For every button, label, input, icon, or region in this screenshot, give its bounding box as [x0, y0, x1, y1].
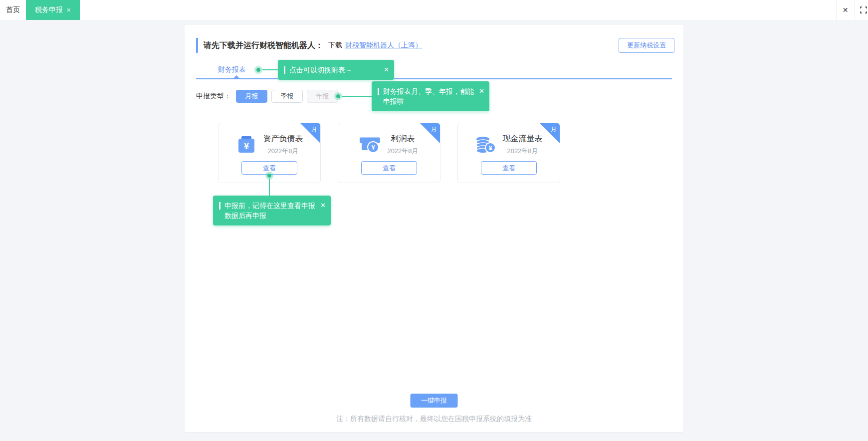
tab-home[interactable]: 首页	[0, 0, 26, 20]
tooltip-close-icon[interactable]: ✕	[384, 65, 389, 75]
monthly-badge-label: 月	[311, 125, 317, 134]
tooltip-quote-bar	[284, 66, 285, 74]
money-bag-icon: ¥	[236, 134, 257, 155]
storefront-icon: ¥	[360, 134, 381, 155]
view-cash-flow-button[interactable]: 查看	[481, 161, 537, 175]
header-row: 请先下载并运行财税智能机器人： 下载 财税智能机器人（上海）	[204, 38, 422, 53]
monthly-corner-badge	[420, 123, 440, 143]
main-panel: 请先下载并运行财税智能机器人： 下载 财税智能机器人（上海） 更新纳税设置 财务…	[185, 25, 683, 432]
tooltip-close-icon[interactable]: ✕	[320, 201, 326, 211]
tab-tax-declaration-label: 税务申报	[35, 5, 63, 14]
tab-tax-declaration[interactable]: 税务申报 ✕	[26, 0, 80, 20]
monthly-badge-label: 月	[551, 125, 557, 134]
tooltip-quote-bar	[219, 202, 220, 210]
svg-text:¥: ¥	[372, 144, 376, 151]
card-period: 2022年8月	[503, 147, 543, 156]
page-background: 请先下载并运行财税智能机器人： 下载 财税智能机器人（上海） 更新纳税设置 财务…	[0, 20, 868, 441]
monthly-corner-badge	[300, 123, 320, 143]
monthly-badge-label: 月	[431, 125, 437, 134]
header-accent-bar	[196, 38, 198, 53]
window-controls: ✕	[836, 0, 868, 20]
guide-connector-tab	[262, 69, 278, 70]
yearly-option-button[interactable]: 年报	[307, 90, 338, 103]
tab-close-icon[interactable]: ✕	[66, 7, 71, 13]
tooltip-all-periods: 财务报表月、季、年报，都能申报啦 ✕	[372, 81, 489, 111]
tooltip-switch-tables-text: 点击可以切换附表～	[289, 65, 381, 75]
robot-download-link[interactable]: 财税智能机器人（上海）	[345, 41, 422, 50]
one-click-declare-button[interactable]: 一键申报	[411, 394, 458, 408]
card-title: 资产负债表	[263, 134, 303, 144]
coin-stack-icon: ¥	[475, 134, 496, 155]
card-title: 利润表	[387, 134, 418, 144]
tooltip-quote-bar	[378, 88, 379, 95]
card-cash-flow: 月 ¥ 现金流量表 2022年8月 查看	[457, 123, 560, 183]
svg-text:¥: ¥	[243, 141, 249, 151]
update-tax-settings-button[interactable]: 更新纳税设置	[619, 38, 674, 53]
declare-type-label: 申报类型：	[196, 92, 231, 101]
footer-note: 注：所有数据请自行核对，最终以您在国税申报系统的填报为准	[185, 415, 683, 424]
tab-financial-reports[interactable]: 财务报表	[218, 65, 246, 74]
card-period: 2022年8月	[263, 147, 303, 156]
card-period: 2022年8月	[387, 147, 418, 156]
monthly-corner-badge	[540, 123, 560, 143]
guide-connector-period	[342, 96, 372, 97]
close-icon[interactable]: ✕	[836, 0, 854, 20]
svg-text:¥: ¥	[488, 144, 492, 152]
tab-underline	[196, 78, 672, 79]
tooltip-check-before: 申报前，记得在这里查看申报数据后再申报 ✕	[213, 196, 331, 225]
top-tab-bar: 首页 税务申报 ✕ ✕	[0, 0, 868, 20]
guide-dot-period	[334, 92, 342, 100]
page-title: 请先下载并运行财税智能机器人：	[204, 40, 323, 51]
card-title: 现金流量表	[503, 134, 543, 144]
tooltip-close-icon[interactable]: ✕	[479, 86, 484, 96]
view-income-statement-button[interactable]: 查看	[361, 161, 417, 175]
tab-caret-indicator	[233, 75, 240, 79]
guide-dot-tab	[254, 66, 262, 74]
guide-dot-view	[265, 172, 273, 180]
monthly-option-button[interactable]: 月报	[236, 90, 267, 103]
card-income-statement: 月 ¥ 利润表 2022年8月 查看	[338, 123, 440, 183]
tooltip-switch-tables: 点击可以切换附表～ ✕	[278, 60, 394, 80]
quarterly-option-button[interactable]: 季报	[271, 90, 303, 103]
declare-type-row: 申报类型： 月报 季报 年报	[196, 90, 338, 103]
tooltip-check-before-text: 申报前，记得在这里查看申报数据后再申报	[224, 201, 317, 220]
guide-connector-view	[269, 179, 270, 196]
download-label: 下载	[328, 41, 342, 50]
fullscreen-icon[interactable]	[854, 0, 868, 20]
tooltip-all-periods-text: 财务报表月、季、年报，都能申报啦	[383, 86, 476, 106]
